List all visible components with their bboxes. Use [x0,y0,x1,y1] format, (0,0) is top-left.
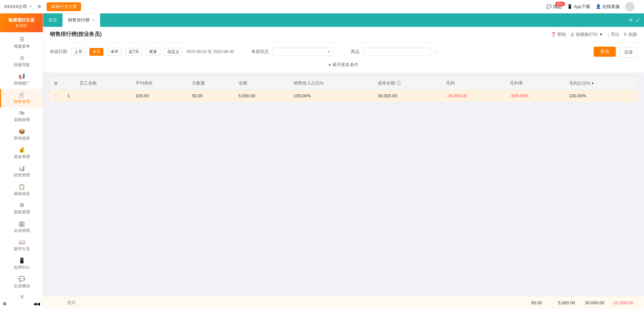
tab-home[interactable]: 首页 [43,13,62,27]
last-month-btn[interactable]: 上月 [71,48,85,56]
td-settings-0[interactable]: ⚙ [50,90,62,102]
tab-sales-ranking[interactable]: 销售排行榜 × [62,13,100,27]
sidebar-item-marketing[interactable]: 📢 营销推广 [0,70,43,89]
sidebar: 畅康通好生意 标准版 ☰ 搜索菜单 ⊙ 快捷导航 📢 营销推广 🛒 销售管理 🛍… [0,13,43,309]
system-label: 系统管理 [14,209,30,215]
this-year-btn[interactable]: 本年 [108,48,122,56]
sidebar-item-guide[interactable]: 📖 新手引导 [0,236,43,255]
sidebar-item-appCenter[interactable]: 📱 应用中心 [0,255,43,273]
inventory-label: 库存核算 [14,136,30,141]
this-month-btn[interactable]: 本月 [89,48,103,56]
tab-close-icon[interactable]: × [92,18,95,22]
refresh-btn[interactable]: ↻ 刷新 [624,32,637,38]
table-footer: 合计 50.00 5,000.00 30,000.00 -25,000.00 [43,296,644,309]
app-icon: 📱 [567,4,572,9]
company-name: XXXXX公司 [4,4,27,10]
sidebar-item-enterprise[interactable]: 🏢 企业协同 [0,218,43,236]
sidebar-item-shortcuts[interactable]: ⊙ 快捷导航 [0,52,43,70]
basic-label: 基础信息 [14,191,30,197]
th-rank [62,77,75,90]
tab-close-window-icon[interactable]: ✕ [629,17,633,23]
export-btn[interactable]: ↓ 导出 [607,32,620,38]
sidebar-item-search[interactable]: ☰ 搜索菜单 [0,34,43,52]
sidebar-item-purchase[interactable]: 🛍 采购管理 [0,107,43,125]
sidebar-settings-icon[interactable]: ⚙ [3,301,7,306]
app-download-label: App下载 [574,4,590,10]
purchase-icon: 🛍 [19,110,25,116]
enterprise-label: 企业协同 [14,228,30,234]
purchase-label: 采购管理 [14,117,30,123]
refresh-label: 刷新 [629,32,637,38]
sidebar-item-system[interactable]: ⚙ 系统管理 [0,199,43,218]
shortcuts-label: 快捷导航 [14,62,30,68]
sidebar-item-wechat[interactable]: 💬 企业微信 [0,273,43,292]
goods-more-icon[interactable]: ··· [435,49,438,54]
sidebar-item-basic[interactable]: 📋 基础信息 [0,181,43,199]
company-selector[interactable]: XXXXX公司 ▼ [4,4,32,10]
sidebar-item-finance[interactable]: 💰 资金管理 [0,144,43,162]
status-select[interactable] [273,48,333,56]
sales-icon: 🛒 [18,92,25,98]
tab-expand-icon[interactable]: ⤢ [636,17,640,23]
active-tab-label: 销售排行榜 [68,17,90,23]
trial-button[interactable]: 体验行业方案 [47,2,81,11]
th-gross-profit-pct: 毛利占比% ♦ [565,77,638,90]
th-cost-amount: 成本全额 ⓘ [374,77,442,90]
print-icon: 🖨 [570,32,574,37]
th-employee-name: 员工名称 [75,77,131,90]
last-7-days-btn[interactable]: 近7天 [126,48,142,56]
table-header-row: ⚙ 员工名称 平均单价 主数量 全额 销售收入占比% 成本全额 ⓘ 毛利 毛利率… [50,77,637,90]
goods-input[interactable] [363,48,431,56]
settings-icon-btn[interactable]: ⚙ [35,2,44,11]
sidebar-item-inventory[interactable]: 📦 库存核算 [0,125,43,144]
search-label: 搜索菜单 [14,44,30,49]
expand-more-btn[interactable]: ▾ 展开更多条件 [329,62,358,68]
footer-amount: 5,000.00 [554,300,581,305]
footer-cost: 30,000.00 [581,300,608,305]
td-cost-amount-0: 30,000.00 [374,90,442,102]
td-sales-pct-0: 100.00% [290,90,374,102]
tab-right-actions: ✕ ⤢ [629,17,644,23]
message-area[interactable]: 💬 消息 99+ [546,4,562,10]
th-settings: ⚙ [50,77,62,90]
online-service-btn[interactable]: 👤 在线客服 [596,4,620,10]
export-label: 导出 [611,32,619,38]
operations-label: 经营管理 [14,172,30,178]
th-avg-price: 平均单价 [131,77,187,90]
help-icon: ❓ [551,32,556,37]
print-btn[interactable]: 🖨 按模板打印 ▼ [570,32,603,38]
sidebar-collapse-icon[interactable]: ◀◀ [33,301,40,306]
export-icon: ↓ [607,32,610,37]
td-rank-0: 1 [62,90,75,102]
sidebar-item-sales[interactable]: 🛒 销售管理 [0,89,43,107]
appCenter-icon: 📱 [18,257,25,264]
chevron-down-icon: ▼ [29,5,32,8]
page-content: 销售排行榜(按业务员) ❓ 帮助 🖨 按模板打印 ▼ ↓ 导出 [43,27,644,309]
top-header: XXXXX公司 ▼ ⚙ 体验行业方案 💬 消息 99+ 📱 App下载 👤 在线… [0,0,644,13]
help-btn[interactable]: ❓ 帮助 [551,32,566,38]
sidebar-item-operations[interactable]: 📊 经营管理 [0,162,43,181]
th-sales-pct: 销售收入占比% [290,77,374,90]
print-chevron-icon: ▼ [599,32,603,37]
td-gross-profit-pct-0: 100.00% [565,90,638,102]
query-button[interactable]: 查询 [594,47,616,57]
wechat-icon: 💬 [18,276,25,282]
finance-label: 资金管理 [14,154,30,160]
app-download-btn[interactable]: 📱 App下载 [567,4,590,10]
operations-icon: 📊 [18,165,25,171]
sidebar-bottom: ⚙ ◀◀ [0,298,43,309]
top-right-area: 💬 消息 99+ 📱 App下载 👤 在线客服 [546,2,640,11]
marketing-label: 营销推广 [14,81,30,86]
avatar[interactable] [625,2,635,11]
more-date-btn[interactable]: 更多 [146,48,160,56]
logo-text: 畅康通好生意 [8,17,35,23]
expand-more-label: 展开更多条件 [332,62,358,68]
setting-button[interactable]: 设置 [620,47,637,58]
custom-date-btn[interactable]: 自定义 [164,48,182,56]
filter-bar: 单据日期 上月 本月 本年 近7天 更多 自定义 2023-06-01 至 20… [43,42,644,73]
footer-total-label: 合计 [50,300,76,306]
logo-sub: 标准版 [16,23,27,28]
goods-filter-label: 商品 [351,49,359,55]
sidebar-item-member[interactable]: V 畅会员 [0,292,43,298]
td-name-0 [75,90,131,102]
